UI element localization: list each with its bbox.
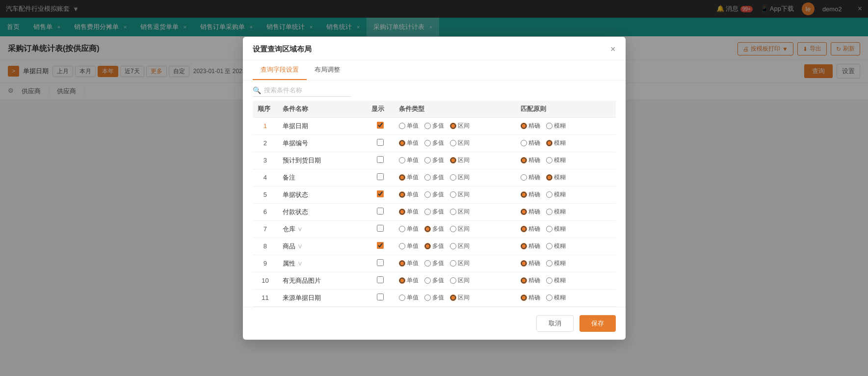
match-radio-模糊[interactable] bbox=[546, 191, 552, 198]
type-radio-区间[interactable] bbox=[450, 157, 456, 163]
type-radio-多值[interactable] bbox=[424, 157, 431, 163]
dialog-tab-layout[interactable]: 布局调整 bbox=[307, 60, 348, 80]
display-checkbox[interactable] bbox=[377, 242, 384, 249]
type-option-区间[interactable]: 区间 bbox=[450, 208, 470, 216]
type-option-多值[interactable]: 多值 bbox=[424, 208, 444, 216]
type-radio-区间[interactable] bbox=[450, 243, 456, 249]
type-radio-多值[interactable] bbox=[424, 295, 431, 301]
display-checkbox[interactable] bbox=[377, 173, 384, 180]
search-input[interactable] bbox=[264, 86, 342, 94]
match-option-模糊[interactable]: 模糊 bbox=[546, 276, 566, 285]
match-radio-模糊[interactable] bbox=[546, 209, 552, 215]
match-radio-精确[interactable] bbox=[521, 209, 527, 215]
type-option-区间[interactable]: 区间 bbox=[450, 173, 470, 182]
type-option-区间[interactable]: 区间 bbox=[450, 294, 470, 302]
type-radio-多值[interactable] bbox=[424, 140, 431, 146]
type-option-区间[interactable]: 区间 bbox=[450, 139, 470, 147]
display-checkbox[interactable] bbox=[377, 276, 384, 283]
display-checkbox[interactable] bbox=[377, 208, 384, 215]
match-radio-模糊[interactable] bbox=[546, 295, 552, 301]
type-option-多值[interactable]: 多值 bbox=[424, 122, 444, 130]
match-option-精确[interactable]: 精确 bbox=[521, 156, 540, 164]
match-radio-模糊[interactable] bbox=[546, 123, 552, 129]
type-radio-区间[interactable] bbox=[450, 140, 456, 146]
type-radio-区间[interactable] bbox=[450, 226, 456, 232]
type-radio-单值[interactable] bbox=[399, 191, 405, 198]
type-option-单值[interactable]: 单值 bbox=[399, 139, 419, 147]
match-option-精确[interactable]: 精确 bbox=[521, 225, 540, 233]
type-radio-区间[interactable] bbox=[450, 295, 456, 301]
match-radio-精确[interactable] bbox=[521, 295, 527, 301]
match-radio-精确[interactable] bbox=[521, 191, 527, 198]
type-option-区间[interactable]: 区间 bbox=[450, 225, 470, 233]
type-radio-单值[interactable] bbox=[399, 226, 405, 232]
type-radio-区间[interactable] bbox=[450, 123, 456, 129]
type-radio-多值[interactable] bbox=[424, 226, 431, 232]
match-option-精确[interactable]: 精确 bbox=[521, 190, 540, 199]
dropdown-arrow[interactable]: ∨ bbox=[297, 260, 303, 267]
match-option-模糊[interactable]: 模糊 bbox=[546, 208, 566, 216]
match-option-模糊[interactable]: 模糊 bbox=[546, 225, 566, 233]
type-option-单值[interactable]: 单值 bbox=[399, 276, 419, 285]
type-option-多值[interactable]: 多值 bbox=[424, 276, 444, 285]
match-radio-精确[interactable] bbox=[521, 243, 527, 249]
match-option-精确[interactable]: 精确 bbox=[521, 208, 540, 216]
match-option-精确[interactable]: 精确 bbox=[521, 242, 540, 250]
type-radio-单值[interactable] bbox=[399, 260, 405, 267]
type-radio-单值[interactable] bbox=[399, 174, 405, 181]
type-option-多值[interactable]: 多值 bbox=[424, 173, 444, 182]
match-option-精确[interactable]: 精确 bbox=[521, 294, 540, 302]
type-option-单值[interactable]: 单值 bbox=[399, 259, 419, 268]
cancel-button[interactable]: 取消 bbox=[536, 315, 574, 332]
type-option-单值[interactable]: 单值 bbox=[399, 294, 419, 302]
type-option-单值[interactable]: 单值 bbox=[399, 225, 419, 233]
type-radio-多值[interactable] bbox=[424, 209, 431, 215]
type-radio-单值[interactable] bbox=[399, 243, 405, 249]
match-option-精确[interactable]: 精确 bbox=[521, 276, 540, 285]
type-radio-单值[interactable] bbox=[399, 295, 405, 301]
match-radio-精确[interactable] bbox=[521, 157, 527, 163]
type-option-多值[interactable]: 多值 bbox=[424, 259, 444, 268]
match-option-精确[interactable]: 精确 bbox=[521, 173, 540, 182]
display-checkbox[interactable] bbox=[377, 156, 384, 163]
type-option-区间[interactable]: 区间 bbox=[450, 122, 470, 130]
match-radio-精确[interactable] bbox=[521, 260, 527, 267]
type-radio-单值[interactable] bbox=[399, 123, 405, 129]
type-radio-区间[interactable] bbox=[450, 191, 456, 198]
type-option-多值[interactable]: 多值 bbox=[424, 294, 444, 302]
type-option-区间[interactable]: 区间 bbox=[450, 259, 470, 268]
type-radio-多值[interactable] bbox=[424, 123, 431, 129]
type-radio-区间[interactable] bbox=[450, 209, 456, 215]
dropdown-arrow[interactable]: ∨ bbox=[297, 225, 303, 233]
dialog-close-button[interactable]: × bbox=[610, 45, 616, 54]
type-option-单值[interactable]: 单值 bbox=[399, 190, 419, 199]
match-option-模糊[interactable]: 模糊 bbox=[546, 139, 566, 147]
type-option-多值[interactable]: 多值 bbox=[424, 156, 444, 164]
type-option-多值[interactable]: 多值 bbox=[424, 242, 444, 250]
type-radio-单值[interactable] bbox=[399, 277, 405, 284]
save-button[interactable]: 保存 bbox=[579, 315, 616, 332]
match-radio-模糊[interactable] bbox=[546, 174, 552, 181]
match-radio-模糊[interactable] bbox=[546, 140, 552, 146]
type-option-区间[interactable]: 区间 bbox=[450, 242, 470, 250]
type-radio-多值[interactable] bbox=[424, 191, 431, 198]
type-option-单值[interactable]: 单值 bbox=[399, 242, 419, 250]
match-radio-模糊[interactable] bbox=[546, 157, 552, 163]
match-radio-精确[interactable] bbox=[521, 226, 527, 232]
display-checkbox[interactable] bbox=[377, 139, 384, 146]
type-option-多值[interactable]: 多值 bbox=[424, 190, 444, 199]
match-radio-模糊[interactable] bbox=[546, 243, 552, 249]
match-radio-精确[interactable] bbox=[521, 140, 527, 146]
match-option-模糊[interactable]: 模糊 bbox=[546, 259, 566, 268]
type-radio-多值[interactable] bbox=[424, 174, 431, 181]
type-radio-区间[interactable] bbox=[450, 174, 456, 181]
match-option-模糊[interactable]: 模糊 bbox=[546, 242, 566, 250]
type-option-单值[interactable]: 单值 bbox=[399, 122, 419, 130]
match-radio-精确[interactable] bbox=[521, 277, 527, 284]
match-option-模糊[interactable]: 模糊 bbox=[546, 173, 566, 182]
type-radio-单值[interactable] bbox=[399, 140, 405, 146]
display-checkbox[interactable] bbox=[377, 190, 384, 197]
type-radio-多值[interactable] bbox=[424, 277, 431, 284]
type-option-区间[interactable]: 区间 bbox=[450, 156, 470, 164]
match-radio-模糊[interactable] bbox=[546, 226, 552, 232]
